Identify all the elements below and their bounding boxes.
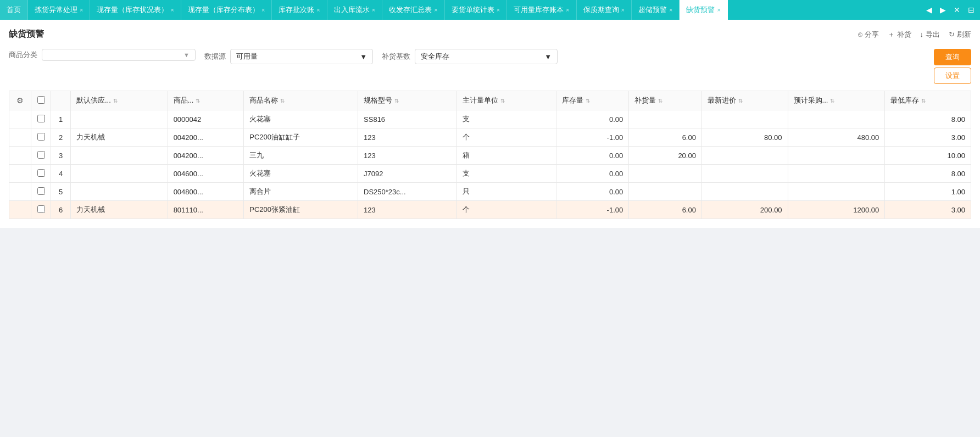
nav-tab-label: 拣货异常处理 bbox=[35, 5, 77, 15]
share-button[interactable]: ⎋ 分享 bbox=[858, 30, 879, 40]
th-spec[interactable]: 规格型号⇅ bbox=[358, 91, 457, 110]
row-unit-cell: 箱 bbox=[456, 147, 556, 165]
nav-tab-close[interactable]: × bbox=[372, 7, 375, 13]
nav-tab-9[interactable]: 保质期查询 × bbox=[577, 0, 632, 20]
category-label: 商品分类 bbox=[9, 50, 37, 60]
nav-tab-close[interactable]: × bbox=[669, 7, 672, 13]
nav-tab-10[interactable]: 超储预警 × bbox=[632, 0, 680, 20]
nav-tab-close[interactable]: × bbox=[434, 7, 437, 13]
row-code-cell: 0000042 bbox=[168, 110, 244, 128]
row-checkbox[interactable] bbox=[37, 169, 45, 177]
row-checkbox-cell bbox=[31, 128, 51, 147]
row-min-stock-cell: 8.00 bbox=[885, 165, 971, 183]
nav-tab-label: 收发存汇总表 bbox=[389, 5, 432, 15]
row-num-cell: 4 bbox=[51, 165, 71, 183]
nav-next[interactable]: ▶ bbox=[937, 4, 949, 15]
header-actions: ⎋ 分享 ＋ 补货 ↓ 导出 ↻ 刷新 bbox=[858, 30, 972, 40]
nav-tab-close[interactable]: × bbox=[717, 7, 720, 13]
th-unit[interactable]: 主计量单位⇅ bbox=[456, 91, 556, 110]
refresh-button[interactable]: ↻ 刷新 bbox=[949, 30, 971, 40]
nav-tab-3[interactable]: 现存量（库存分布表） × bbox=[181, 0, 272, 20]
category-arrow-icon: ▼ bbox=[183, 52, 190, 58]
row-unit-cell: 个 bbox=[456, 128, 556, 147]
nav-prev[interactable]: ◀ bbox=[923, 4, 936, 15]
nav-tab-label: 出入库流水 bbox=[334, 5, 370, 15]
nav-tab-close[interactable]: × bbox=[170, 7, 174, 13]
nav-tab-4[interactable]: 库存批次账 × bbox=[272, 0, 327, 20]
row-supplier-cell: 力天机械 bbox=[71, 128, 168, 147]
sort-spec-icon: ⇅ bbox=[394, 98, 399, 104]
row-code-cell: 004200... bbox=[168, 128, 244, 147]
replenish-button[interactable]: ＋ 补货 bbox=[888, 30, 911, 40]
th-stock[interactable]: 库存量⇅ bbox=[556, 91, 629, 110]
row-spec-cell: 123 bbox=[358, 201, 457, 219]
nav-tab-close[interactable]: × bbox=[497, 7, 500, 13]
datasource-select[interactable]: 可用量 ▼ bbox=[230, 49, 373, 64]
replenish-base-select[interactable]: 安全库存 ▼ bbox=[415, 49, 558, 64]
row-est-purchase-cell bbox=[788, 147, 885, 165]
row-spec-cell: SS816 bbox=[358, 110, 457, 128]
row-est-purchase-cell: 1200.00 bbox=[788, 201, 885, 219]
row-supplier-cell bbox=[71, 183, 168, 201]
row-unit-cell: 个 bbox=[456, 201, 556, 219]
nav-tab-label: 现存量（库存状况表） bbox=[97, 5, 168, 15]
row-stock-cell: -1.00 bbox=[556, 201, 629, 219]
row-checkbox[interactable] bbox=[37, 151, 45, 159]
nav-tab-close[interactable]: × bbox=[80, 7, 83, 13]
nav-tab-label: 可用量库存账本 bbox=[514, 5, 564, 15]
nav-tab-close[interactable]: × bbox=[566, 7, 569, 13]
nav-tab-11[interactable]: 缺货预警 × bbox=[680, 0, 727, 20]
row-checkbox[interactable] bbox=[37, 205, 45, 213]
row-checkbox[interactable] bbox=[37, 187, 45, 195]
th-replenish[interactable]: 补货量⇅ bbox=[629, 91, 702, 110]
setting-button[interactable]: 设置 bbox=[934, 68, 971, 84]
th-code[interactable]: 商品...⇅ bbox=[168, 91, 244, 110]
row-checkbox[interactable] bbox=[37, 133, 45, 141]
nav-tab-label: 缺货预警 bbox=[686, 5, 715, 15]
row-spec-cell: 123 bbox=[358, 147, 457, 165]
select-all-checkbox[interactable] bbox=[37, 96, 45, 104]
export-button[interactable]: ↓ 导出 bbox=[920, 30, 940, 40]
nav-tab-close[interactable]: × bbox=[316, 7, 320, 13]
nav-tab-1[interactable]: 拣货异常处理 × bbox=[28, 0, 90, 20]
query-button[interactable]: 查询 bbox=[934, 49, 971, 65]
row-unit-cell: 支 bbox=[456, 110, 556, 128]
export-icon: ↓ bbox=[920, 30, 924, 38]
row-stock-cell: 0.00 bbox=[556, 110, 629, 128]
nav-controls: ◀ ▶ ✕ ⊟ bbox=[921, 4, 980, 15]
row-gear-cell bbox=[9, 147, 31, 165]
nav-tab-8[interactable]: 可用量库存账本 × bbox=[507, 0, 576, 20]
row-name-cell: 三九 bbox=[244, 147, 358, 165]
th-gear[interactable]: ⚙ bbox=[9, 91, 31, 110]
th-est-purchase[interactable]: 预计采购...⇅ bbox=[788, 91, 885, 110]
row-num-cell: 3 bbox=[51, 147, 71, 165]
category-select[interactable]: ▼ bbox=[42, 49, 196, 61]
th-min-stock[interactable]: 最低库存⇅ bbox=[885, 91, 971, 110]
nav-tab-7[interactable]: 要货单统计表 × bbox=[445, 0, 507, 20]
nav-tab-5[interactable]: 出入库流水 × bbox=[327, 0, 382, 20]
row-stock-cell: 0.00 bbox=[556, 147, 629, 165]
nav-tab-0[interactable]: 首页 bbox=[0, 0, 28, 20]
row-gear-cell bbox=[9, 128, 31, 147]
row-min-stock-cell: 8.00 bbox=[885, 110, 971, 128]
nav-tab-label: 首页 bbox=[7, 5, 21, 15]
nav-close-all[interactable]: ⊟ bbox=[965, 4, 978, 15]
top-nav: 首页拣货异常处理 ×现存量（库存状况表） ×现存量（库存分布表） ×库存批次账 … bbox=[0, 0, 980, 20]
row-checkbox[interactable] bbox=[37, 115, 45, 122]
row-num-cell: 5 bbox=[51, 183, 71, 201]
nav-tab-close[interactable]: × bbox=[621, 7, 625, 13]
th-latest-price[interactable]: 最新进价⇅ bbox=[701, 91, 788, 110]
filter-buttons: 查询 设置 bbox=[934, 49, 971, 84]
share-icon: ⎋ bbox=[858, 30, 862, 38]
datasource-value: 可用量 bbox=[236, 52, 258, 61]
nav-tab-close[interactable]: × bbox=[261, 7, 265, 13]
nav-close-current[interactable]: ✕ bbox=[950, 4, 964, 15]
th-supplier[interactable]: 默认供应...⇅ bbox=[71, 91, 168, 110]
nav-tab-6[interactable]: 收发存汇总表 × bbox=[382, 0, 444, 20]
nav-tab-2[interactable]: 现存量（库存状况表） × bbox=[90, 0, 181, 20]
row-est-purchase-cell: 480.00 bbox=[788, 128, 885, 147]
replenish-base-value: 安全库存 bbox=[421, 52, 449, 61]
th-name[interactable]: 商品名称⇅ bbox=[244, 91, 358, 110]
row-gear-cell bbox=[9, 165, 31, 183]
sort-name-icon: ⇅ bbox=[280, 98, 285, 104]
